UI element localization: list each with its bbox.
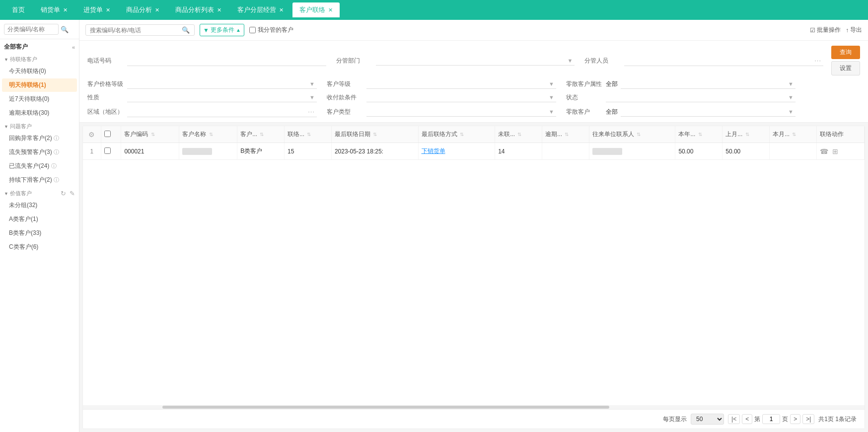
nav-product-analysis-list[interactable]: 商品分析列表 ✕ — [168, 2, 228, 17]
value-customer-refresh-icon[interactable]: ↻ — [61, 190, 66, 197]
sidebar-item-repurchase-abnormal[interactable]: 回购异常客户(2) ⓘ — [2, 132, 77, 145]
sidebar-item-ungrouped[interactable]: 未分组(32) — [2, 199, 77, 212]
filter-row-2: 客户价格等级 ▼ 客户等级 ▼ 零散客户属性 — [87, 79, 860, 89]
nav-product-analysis[interactable]: 商品分析 ✕ — [119, 2, 166, 17]
nav-product-analysis-close[interactable]: ✕ — [155, 7, 159, 13]
search-input[interactable] — [90, 27, 179, 34]
row-checkbox[interactable] — [104, 147, 111, 154]
action-grid-icon[interactable]: ⊞ — [832, 147, 838, 155]
filter-select-region[interactable]: ··· — [127, 106, 317, 117]
filter-label-dept: 分管部门 — [336, 57, 376, 65]
last-method-link[interactable]: 下销货单 — [422, 147, 445, 154]
dept-arrow-icon: ▼ — [567, 58, 573, 64]
sidebar-group-value[interactable]: ▼ 价值客户 ↻ ✎ — [0, 187, 79, 198]
sidebar-item-today-pending[interactable]: 今天待联络(0) — [2, 65, 77, 78]
sidebar-group-problem[interactable]: ▼ 问题客户 — [0, 120, 79, 131]
my-customers-checkbox-wrap[interactable]: 我分管的客户 — [249, 26, 293, 34]
cell-last-method[interactable]: 下销货单 — [418, 143, 495, 160]
col-last-date[interactable]: 最后联络日期 ⇅ — [331, 126, 418, 143]
sidebar-item-class-b[interactable]: B类客户(33) — [2, 226, 77, 240]
nav-customer-contact[interactable]: 客户联络 ✕ — [292, 2, 340, 17]
customer-name-blurred — [182, 148, 212, 155]
horizontal-scrollbar[interactable] — [83, 405, 865, 409]
prev-page-btn[interactable]: < — [742, 414, 752, 424]
search-submit-icon[interactable]: 🔍 — [182, 26, 190, 34]
filter-select-price-level[interactable]: ▼ — [127, 79, 317, 89]
status-arrow-icon: ▼ — [788, 94, 794, 100]
filter-label-price-level: 客户价格等级 — [87, 80, 127, 88]
retail-arrow-icon: ▼ — [788, 109, 794, 115]
filter-icon: ▼ — [203, 27, 209, 34]
filter-select-manager[interactable]: ··· — [624, 55, 823, 66]
nav-customer-tier-close[interactable]: ✕ — [279, 7, 284, 13]
query-button[interactable]: 查询 — [831, 46, 860, 59]
sidebar-item-churn-warning[interactable]: 流失预警客户(3) ⓘ — [2, 145, 77, 159]
sort-icon-contact-person: ⇅ — [637, 132, 641, 137]
col-settings[interactable]: ⚙ — [83, 126, 101, 143]
col-overdue[interactable]: 逾期... ⇅ — [542, 126, 589, 143]
nav-sale[interactable]: 销货单 ✕ — [34, 2, 74, 17]
filter-select-customer-level[interactable]: ▼ — [366, 79, 556, 89]
sidebar-item-churned[interactable]: 已流失客户(24) ⓘ — [2, 159, 77, 173]
filter-select-payment[interactable]: ▼ — [366, 93, 556, 102]
sidebar-item-overdue[interactable]: 逾期未联络(30) — [2, 106, 77, 120]
scrollbar-thumb[interactable] — [162, 406, 609, 409]
sidebar-item-week-pending[interactable]: 近7天待联络(0) — [2, 92, 77, 106]
sidebar-search-icon[interactable]: 🔍 — [61, 26, 69, 33]
table-settings-icon[interactable]: ⚙ — [88, 131, 95, 139]
sidebar-item-class-a[interactable]: A类客户(1) — [2, 213, 77, 226]
col-last-month[interactable]: 上月... ⇅ — [723, 126, 770, 143]
filter-select-customer-type[interactable]: ▼ — [366, 107, 556, 117]
first-page-btn[interactable]: |< — [728, 414, 740, 424]
col-uncontacted[interactable]: 未联... ⇅ — [495, 126, 542, 143]
col-checkbox[interactable] — [101, 126, 121, 143]
col-last-method[interactable]: 最后联络方式 ⇅ — [418, 126, 495, 143]
reset-button[interactable]: 设置 — [831, 61, 860, 75]
sidebar-group-pending[interactable]: ▼ 待联络客户 — [0, 53, 79, 64]
nav-home[interactable]: 首页 — [5, 2, 32, 17]
filter-input-phone[interactable] — [127, 56, 326, 66]
next-page-btn[interactable]: > — [790, 414, 800, 424]
sidebar-item-declining[interactable]: 持续下滑客户(2) ⓘ — [2, 173, 77, 187]
data-table: ⚙ 客户编码 ⇅ 客户名称 ⇅ 客户... ⇅ 联络... ⇅ 最后联络日期 ⇅… — [83, 126, 865, 160]
sidebar-item-class-c[interactable]: C类客户(6) — [2, 240, 77, 254]
sidebar-item-tomorrow-pending[interactable]: 明天待联络(1) — [2, 78, 77, 92]
export-btn[interactable]: ↑ 导出 — [846, 26, 862, 34]
per-page-select[interactable]: 50 100 200 — [691, 414, 724, 425]
page-input[interactable] — [762, 414, 780, 424]
cell-last-month: 50.00 — [723, 143, 770, 160]
filter-select-retail-attr[interactable]: ▼ — [621, 79, 796, 89]
nav-sale-close[interactable]: ✕ — [63, 7, 68, 13]
select-all-checkbox[interactable] — [104, 131, 111, 137]
value-customer-edit-icon[interactable]: ✎ — [70, 190, 75, 197]
col-code[interactable]: 客户编码 ⇅ — [121, 126, 179, 143]
nav-product-analysis-list-close[interactable]: ✕ — [217, 7, 221, 13]
col-type[interactable]: 客户... ⇅ — [237, 126, 285, 143]
sidebar-search-input[interactable] — [4, 24, 59, 35]
nav-customer-contact-close[interactable]: ✕ — [328, 7, 333, 13]
nav-customer-tier[interactable]: 客户分层经营 ✕ — [230, 2, 290, 17]
last-page-btn[interactable]: >| — [802, 414, 814, 424]
nav-purchase-close[interactable]: ✕ — [106, 7, 110, 13]
col-contact-person[interactable]: 往来单位联系人 ⇅ — [589, 126, 675, 143]
action-phone-icon[interactable]: ☎ — [820, 147, 828, 155]
filter-field-customer-level: 客户等级 ▼ — [327, 79, 556, 89]
filter-select-retail[interactable]: ▼ — [621, 107, 796, 117]
col-this-year[interactable]: 本年... ⇅ — [675, 126, 723, 143]
col-name[interactable]: 客户名称 ⇅ — [179, 126, 237, 143]
manager-dots-icon: ··· — [814, 57, 821, 64]
filter-select-nature[interactable]: ▼ — [127, 93, 317, 102]
filter-select-status[interactable]: ▼ — [606, 93, 796, 102]
sort-icon-this-month: ⇅ — [792, 132, 796, 137]
cell-checkbox[interactable] — [101, 143, 121, 160]
my-customers-checkbox[interactable] — [249, 27, 256, 33]
col-contacts[interactable]: 联络... ⇅ — [285, 126, 332, 143]
filter-select-dept[interactable]: ▼ — [376, 56, 575, 66]
col-this-month[interactable]: 本月... ⇅ — [770, 126, 817, 143]
batch-op-btn[interactable]: ☑ 批量操作 — [810, 26, 841, 34]
sidebar-all-customers[interactable]: 全部客户 « — [0, 39, 79, 53]
cell-action: ☎ ⊞ — [817, 143, 865, 160]
filter-more-btn[interactable]: ▼ 更多条件 ▲ — [200, 24, 244, 36]
filter-row-3: 性质 ▼ 收付款条件 ▼ 状态 — [87, 93, 860, 102]
nav-purchase[interactable]: 进货单 ✕ — [76, 2, 117, 17]
